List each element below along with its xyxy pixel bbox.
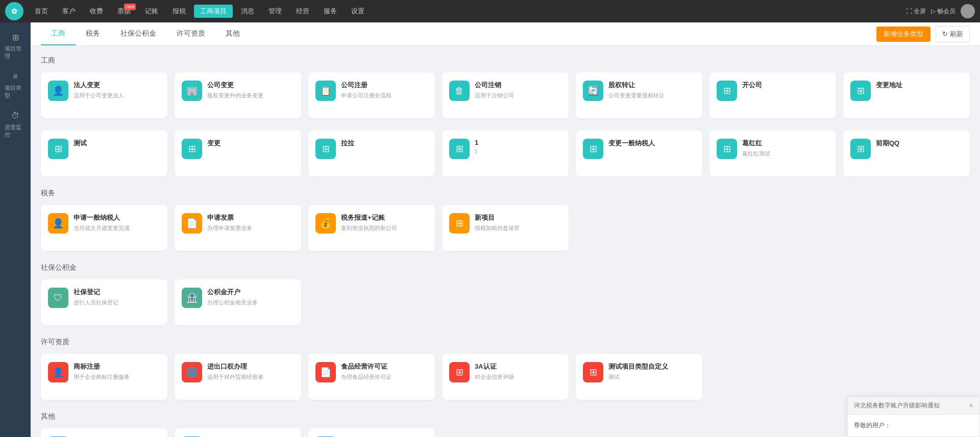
card-desc: 报税加税控盘保管 — [475, 224, 561, 232]
card-title: 葛红红 — [742, 139, 829, 148]
section-title-shuiwu: 税务 — [41, 189, 970, 198]
card-desc: 申请公司注册全流程 — [341, 92, 428, 99]
card-0-3[interactable]: 🗑 公司注销 适用于注销公司 — [442, 72, 569, 118]
card-4-4[interactable]: ⊞ 测试项目类型自定义 测试 — [576, 354, 702, 400]
card-0-2[interactable]: 📋 公司注册 申请公司注册全流程 — [308, 72, 435, 118]
card-2-2[interactable]: 💰 税务报道+记账 拿到营业执照的新公司 — [308, 205, 435, 251]
card-icon: ⊞ — [48, 139, 68, 159]
tab-社保公积金[interactable]: 社保公积金 — [110, 22, 166, 45]
card-title: 法人变更 — [74, 81, 160, 90]
card-title: 公司注销 — [475, 81, 561, 90]
card-5-2[interactable]: ⊞ 21 1 — [308, 428, 435, 437]
nav-item-管理[interactable]: 管理 — [262, 5, 288, 18]
section-shuiwu: 税务 👤 申请一般纳税人 当月或次月成变更完成 📄 申请发票 办理申请发票业务 … — [41, 189, 970, 251]
cards-grid-xuke: 👤 商标注册 用于企业商标注册服务 🌐 进出口权办理 适用于对外贸易经营者 📄 … — [41, 354, 970, 400]
nav-item-服务[interactable]: 服务 — [317, 5, 343, 18]
nav-item-收费[interactable]: 收费 — [84, 5, 109, 18]
card-4-2[interactable]: 📄 食品经营许可证 办理食品经营许可证 — [308, 354, 435, 400]
card-title: 进出口权办理 — [207, 362, 294, 371]
add-type-button[interactable]: 新增业务类型 — [876, 27, 930, 42]
card-4-0[interactable]: 👤 商标注册 用于企业商标注册服务 — [41, 354, 167, 400]
card-info: 拉拉 — [341, 139, 428, 150]
card-3-1[interactable]: 🏦 公积金开户 办理公积金相关业务 — [175, 279, 301, 325]
card-desc: 拿到营业执照的新公司 — [341, 224, 428, 232]
content-area: 工商 👤 法人变更 适用于公司变更法人 🏢 公司变更 股权变更外的业务变更 📋 … — [31, 46, 980, 437]
nav-item-经营[interactable]: 经营 — [290, 5, 315, 18]
card-1-5[interactable]: ⊞ 葛红红 葛红红测试 — [709, 131, 836, 176]
card-info: 食品经营许可证 办理食品经营许可证 — [341, 362, 428, 381]
notification-close[interactable]: × — [969, 401, 973, 409]
refresh-button[interactable]: ↻ 刷新 — [936, 26, 970, 42]
nav-badge-票据: new — [124, 4, 136, 10]
card-2-0[interactable]: 👤 申请一般纳税人 当月或次月成变更完成 — [41, 205, 167, 251]
tab-工商[interactable]: 工商 — [41, 22, 76, 45]
fullscreen-button[interactable]: ⛶ 全屏 — [906, 7, 926, 16]
card-title: 测试 — [74, 139, 160, 148]
sidebar-item-项目类型[interactable]: ≡项目类型 — [3, 67, 28, 104]
nav-items: 首页客户收费票据new记账报税工商项目消息管理经营服务设置 — [29, 5, 906, 18]
card-icon: ⊞ — [583, 139, 603, 159]
card-2-3[interactable]: ⊞ 新项目 报税加税控盘保管 — [442, 205, 569, 251]
sidebar-item-项目管理[interactable]: ⊞项目管理 — [3, 28, 28, 64]
card-icon: 🏦 — [182, 288, 202, 308]
card-desc: 测试 — [608, 373, 695, 381]
nav-item-记账[interactable]: 记账 — [139, 5, 164, 18]
card-0-1[interactable]: 🏢 公司变更 股权变更外的业务变更 — [175, 72, 301, 118]
tab-税务[interactable]: 税务 — [76, 22, 110, 45]
card-title: 公积金开户 — [207, 288, 294, 297]
card-1-1[interactable]: ⊞ 变更 — [175, 131, 301, 176]
sidebar-label: 项目类型 — [5, 84, 26, 99]
card-desc: 适用于注销公司 — [475, 92, 561, 99]
card-info: 公积金开户 办理公积金相关业务 — [207, 288, 294, 306]
card-title: 1 — [475, 139, 561, 146]
section-shebao: 社保公积金 🛡 社保登记 进行人员社保登记 🏦 公积金开户 办理公积金相关业务 — [41, 263, 970, 325]
card-desc: 葛红红测试 — [742, 150, 829, 158]
card-icon: ⊞ — [449, 213, 470, 234]
card-title: 股权转让 — [608, 81, 695, 90]
tab-其他[interactable]: 其他 — [215, 22, 250, 45]
play-icon: ▷ — [931, 8, 936, 15]
card-1-4[interactable]: ⊞ 变更一般纳税人 — [576, 131, 702, 176]
refresh-icon: ↻ — [942, 30, 948, 38]
card-5-0[interactable]: ⊞ 哈哈 — [41, 428, 167, 437]
nav-item-首页[interactable]: 首页 — [29, 5, 54, 18]
card-1-0[interactable]: ⊞ 测试 — [41, 131, 167, 176]
card-0-4[interactable]: 🔄 股权转让 公司变更需要股权转让 — [576, 72, 702, 118]
card-icon: ⊞ — [449, 139, 470, 159]
card-4-3[interactable]: ⊞ 3A认证 对企业信誉评级 — [442, 354, 569, 400]
card-2-1[interactable]: 📄 申请发票 办理申请发票业务 — [175, 205, 301, 251]
nav-item-票据[interactable]: 票据new — [111, 5, 137, 18]
card-3-0[interactable]: 🛡 社保登记 进行人员社保登记 — [41, 279, 167, 325]
sidebar-icon: ⏱ — [10, 110, 21, 121]
nav-item-工商项目[interactable]: 工商项目 — [194, 5, 233, 18]
card-icon: ⊞ — [717, 81, 737, 101]
card-info: 1 1 — [475, 139, 561, 155]
nav-item-消息[interactable]: 消息 — [235, 5, 260, 18]
card-title: 申请一般纳税人 — [74, 213, 160, 222]
sidebar-item-进度监控[interactable]: ⏱进度监控 — [3, 106, 28, 143]
top-navigation: ✿ 首页客户收费票据new记账报税工商项目消息管理经营服务设置 ⛶ 全屏 ▷ 畅… — [0, 0, 980, 22]
card-5-1[interactable]: ⊞ 刘聪测试 测试 — [175, 428, 301, 437]
card-1-3[interactable]: ⊞ 1 1 — [442, 131, 569, 176]
card-0-5[interactable]: ⊞ 开公司 — [709, 72, 836, 118]
card-icon: ⊞ — [449, 362, 470, 382]
section-title-gongshang: 工商 — [41, 56, 970, 65]
card-0-0[interactable]: 👤 法人变更 适用于公司变更法人 — [41, 72, 167, 118]
user-avatar[interactable] — [961, 4, 975, 18]
nav-right: ⛶ 全屏 ▷ 畅会员 — [906, 4, 975, 18]
card-1-2[interactable]: ⊞ 拉拉 — [308, 131, 435, 176]
card-1-6[interactable]: ⊞ 前期QQ — [843, 131, 970, 176]
card-icon: ⊞ — [717, 139, 737, 159]
card-0-6[interactable]: ⊞ 变更地址 — [843, 72, 970, 118]
nav-item-设置[interactable]: 设置 — [345, 5, 371, 18]
card-title: 社保登记 — [74, 288, 160, 297]
card-4-1[interactable]: 🌐 进出口权办理 适用于对外贸易经营者 — [175, 354, 301, 400]
tab-许可资质[interactable]: 许可资质 — [166, 22, 215, 45]
card-desc: 办理食品经营许可证 — [341, 373, 428, 381]
member-button[interactable]: ▷ 畅会员 — [931, 7, 955, 16]
section-gongshang: 工商 👤 法人变更 适用于公司变更法人 🏢 公司变更 股权变更外的业务变更 📋 … — [41, 56, 970, 118]
nav-item-客户[interactable]: 客户 — [56, 5, 82, 18]
card-title: 变更地址 — [876, 81, 963, 90]
section-gongshang2: ⊞ 测试 ⊞ 变更 ⊞ 拉拉 ⊞ 1 1 ⊞ — [41, 131, 970, 176]
nav-item-报税[interactable]: 报税 — [166, 5, 192, 18]
